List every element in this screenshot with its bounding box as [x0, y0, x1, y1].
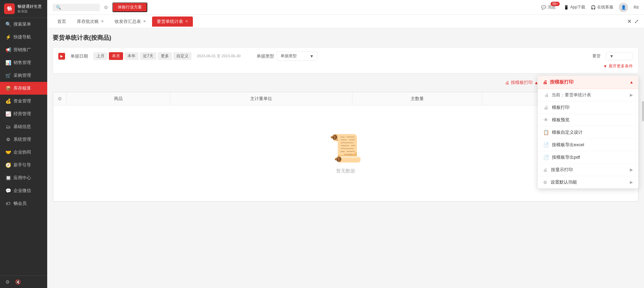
date-btn-current-month[interactable]: 本月: [109, 52, 123, 60]
display-print-icon: 🖨: [543, 167, 548, 172]
date-btn-current-year[interactable]: 本年: [124, 52, 139, 60]
sidebar-item-quick-nav[interactable]: ⚡ 快捷导航: [0, 31, 47, 43]
sidebar-item-app-center[interactable]: 🔲 应用中心: [0, 171, 47, 184]
sidebar-item-purchase[interactable]: 🛒 采购管理: [0, 69, 47, 82]
date-btn-last7days[interactable]: 近7天: [140, 52, 156, 60]
sidebar-item-marketing[interactable]: 📢 营销推广: [0, 43, 47, 56]
dropdown-collapse-icon[interactable]: ▲: [630, 80, 634, 85]
dropdown-default-func[interactable]: ⚙ 设置默认功能 ▶: [538, 176, 638, 188]
collection-summary-tab-close[interactable]: ✕: [143, 19, 146, 24]
demand-stat-tab-close[interactable]: ✕: [185, 19, 188, 24]
dropdown-item-template-print[interactable]: 🖨 模板打印: [538, 101, 638, 114]
topbar-gear-icon[interactable]: ⚙: [104, 5, 108, 10]
messages-btn[interactable]: 💬 消息 99+: [541, 4, 556, 10]
expand-label: 展开更多条件: [609, 63, 633, 69]
filter-section: ▶ 单据日期 上月 本月 本年 近7天 更多 自定义 2023-06-01 至 …: [53, 47, 639, 73]
demand-stat-tab-label: 要货单统计表: [157, 19, 183, 25]
cooperation-icon: 🤝: [5, 150, 11, 155]
tab-batch-account[interactable]: 库存批次账 ✕: [72, 17, 109, 27]
sidebar-item-basic-info[interactable]: 🗂 基础信息: [0, 120, 47, 133]
sidebar-item-label: 销售管理: [13, 60, 31, 66]
dropdown-item-export-excel[interactable]: 📄 按模板导出excel: [538, 139, 638, 151]
dropdown-item-template-preview[interactable]: 👁 模板预览: [538, 114, 638, 126]
default-func-label: 设置默认功能: [551, 179, 577, 185]
sidebar-item-label: 搜索菜单: [13, 21, 31, 27]
tabbar-right: ✕ ⤢: [627, 18, 639, 25]
sidebar-mute-icon[interactable]: 🔇: [15, 279, 21, 285]
sidebar-item-cooperation[interactable]: 🤝 企业协同: [0, 146, 47, 159]
batch-account-tab-close[interactable]: ✕: [101, 19, 104, 24]
quick-nav-icon: ⚡: [5, 34, 11, 40]
date-btn-more[interactable]: 更多: [158, 52, 172, 60]
sidebar-settings-icon[interactable]: ⚙: [5, 279, 10, 285]
sidebar: 畅 畅捷通好生意 标准版 🔍 搜索菜单 ⚡ 快捷导航 📢 营销推广 📊 销售管理…: [0, 0, 47, 288]
batch-account-tab-label: 库存批次账: [77, 19, 99, 25]
sidebar-bottom-bar: ⚙ 🔇: [0, 276, 47, 288]
sidebar-item-member[interactable]: 🏷 畅会员: [0, 197, 47, 210]
sidebar-item-search[interactable]: 🔍 搜索菜单: [0, 18, 47, 31]
username: Rit: [634, 5, 639, 10]
tab-collection-summary[interactable]: 收发存汇总表 ✕: [110, 17, 151, 27]
sidebar-item-wechat[interactable]: 💬 企业微信: [0, 184, 47, 197]
export-pdf-icon: 📄: [543, 155, 549, 160]
home-tab-label: 首页: [57, 19, 66, 25]
avatar-icon: 👤: [621, 5, 626, 10]
system-icon: ⚙: [5, 137, 11, 142]
search-icon: 🔍: [5, 22, 11, 27]
sidebar-item-inventory[interactable]: 📦 库存核算: [0, 82, 47, 95]
sidebar-item-label: 企业协同: [13, 149, 31, 155]
template-print-icon: 🖨: [543, 105, 549, 110]
sidebar-item-system[interactable]: ⚙ 系统管理: [0, 133, 47, 146]
dropdown-item-export-pdf[interactable]: 📄 按模板导出pdf: [538, 151, 638, 164]
user-avatar[interactable]: 👤: [619, 3, 628, 12]
default-func-icon: ⚙: [543, 180, 547, 185]
print-icon: 🖨: [505, 80, 509, 85]
tab-close-icon[interactable]: ✕: [627, 18, 632, 25]
topbar-search-icon: 🔍: [56, 5, 61, 10]
current-template-label: 当前：要货单统计表: [552, 92, 591, 98]
date-btn-prev-month[interactable]: 上月: [93, 52, 108, 60]
dropdown-display-print[interactable]: 🖨 按显示打印 ▶: [538, 164, 638, 176]
tab-home[interactable]: 首页: [53, 17, 71, 27]
default-func-chevron: ▶: [630, 180, 633, 185]
date-btn-custom[interactable]: 自定义: [173, 52, 192, 60]
sidebar-nav: 🔍 搜索菜单 ⚡ 快捷导航 📢 营销推广 📊 销售管理 🛒 采购管理 📦 库存核…: [0, 18, 47, 276]
right-scroll-indicator[interactable]: [642, 101, 644, 121]
col-quantity: 主数量: [352, 92, 482, 105]
filter-expand-arrow[interactable]: ▶: [58, 53, 65, 60]
sidebar-item-operation[interactable]: 📈 经营管理: [0, 107, 47, 120]
online-service-btn[interactable]: 🎧 在线客服: [591, 4, 613, 10]
maximize-icon[interactable]: ⤢: [634, 18, 639, 25]
sidebar-item-label: 库存核算: [13, 85, 31, 91]
tab-demand-stat[interactable]: 要货单统计表 ✕: [152, 17, 193, 27]
topbar-search[interactable]: 🔍: [53, 4, 100, 11]
export-excel-icon: 📄: [543, 142, 549, 148]
sidebar-item-guide[interactable]: 🧭 新手引导: [0, 159, 47, 171]
type-filter-select[interactable]: 单据类型 ▼: [277, 52, 317, 61]
demand-filter-select[interactable]: ▼: [606, 52, 633, 60]
default-func-left: ⚙ 设置默认功能: [543, 179, 577, 185]
sidebar-item-label: 快捷导航: [13, 34, 31, 40]
sidebar-item-label: 企业微信: [13, 188, 31, 194]
dropdown-print-icon: 🖨: [543, 79, 547, 85]
expand-filter-btn[interactable]: ▼ 展开更多条件: [603, 63, 633, 69]
col-settings: ⚙: [53, 92, 67, 105]
sidebar-item-sales[interactable]: 📊 销售管理: [0, 56, 47, 69]
headset-icon: 🎧: [591, 5, 596, 10]
template-print-label: 模板打印: [552, 104, 569, 110]
filter-row-1: ▶ 单据日期 上月 本月 本年 近7天 更多 自定义 2023-06-01 至 …: [58, 52, 633, 61]
sidebar-item-finance[interactable]: 💰 资金管理: [0, 95, 47, 107]
print-template-btn[interactable]: 🖨 按模板打印 ▲: [505, 79, 538, 86]
trial-btn[interactable]: 体验行业方案: [112, 2, 147, 12]
dropdown-item-template-custom[interactable]: 📋 模板自定义设计: [538, 126, 638, 139]
sidebar-item-label: 应用中心: [13, 175, 31, 181]
marketing-icon: 📢: [5, 47, 11, 53]
demand-chevron: ▼: [610, 54, 614, 59]
inventory-icon: 📦: [5, 86, 11, 91]
dropdown-header-right: ▲: [630, 80, 634, 85]
app-logo-icon: 畅: [4, 3, 15, 14]
app-download-btn[interactable]: 📱 App下载: [564, 4, 585, 10]
col-settings-icon[interactable]: ⚙: [58, 96, 62, 101]
date-group: 上月 本月 本年 近7天 更多 自定义: [93, 52, 192, 60]
current-template-item[interactable]: 🖨 当前：要货单统计表 ▶: [538, 89, 638, 101]
